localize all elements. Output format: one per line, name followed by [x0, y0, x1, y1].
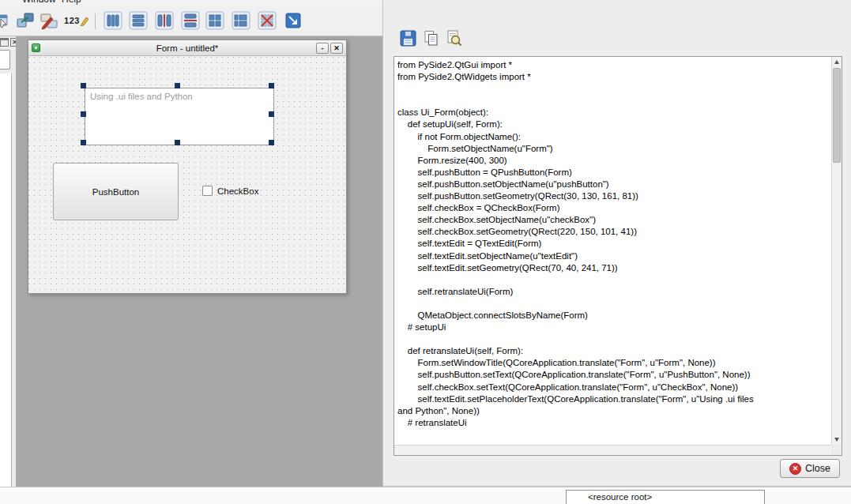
layout-horizontal-splitter-icon[interactable]	[154, 10, 175, 31]
form-icon	[32, 43, 40, 52]
tab-order-label: 123	[64, 16, 80, 25]
close-circle-icon: ✕	[789, 463, 801, 475]
selection-handle[interactable]	[269, 83, 274, 88]
selection-handle[interactable]	[81, 111, 86, 117]
layout-grid-icon[interactable]	[205, 10, 225, 31]
code-text[interactable]: from PySide2.QtGui import * from PySide2…	[397, 59, 828, 442]
vertical-scrollbar[interactable]	[831, 57, 842, 445]
selection-handle[interactable]	[81, 83, 86, 88]
scroll-down-icon[interactable]	[834, 438, 839, 442]
selection-handle[interactable]	[175, 140, 180, 145]
form-canvas[interactable]: Using .ui files and Python PushButton Ch…	[28, 56, 346, 293]
layout-form-icon[interactable]	[231, 10, 251, 31]
close-button[interactable]: ✕ Close	[780, 459, 840, 478]
layout-horizontally-icon[interactable]	[103, 10, 123, 31]
checkbox-label: CheckBox	[217, 186, 258, 196]
edit-signals-slots-icon[interactable]	[15, 10, 36, 31]
edit-tab-order-icon[interactable]: 123	[62, 10, 91, 31]
textedit-placeholder: Using .ui files and Python	[85, 88, 273, 104]
scrollbar-corner	[831, 445, 842, 455]
scroll-up-icon[interactable]	[834, 60, 839, 64]
form-editor-window: Form - untitled* - ✕ Using .ui files and…	[28, 39, 347, 294]
textedit-widget[interactable]: Using .ui files and Python	[85, 88, 274, 145]
selection-handle[interactable]	[269, 111, 274, 117]
code-view[interactable]: from PySide2.QtGui import * from PySide2…	[393, 56, 842, 456]
toolbar-separator	[95, 13, 96, 29]
edit-widgets-icon[interactable]	[0, 10, 11, 31]
layout-vertically-icon[interactable]	[128, 10, 149, 31]
find-icon[interactable]	[444, 28, 464, 48]
scrollbar-thumb[interactable]	[833, 68, 841, 163]
resource-root-item[interactable]: <resource root>	[566, 490, 765, 504]
edit-buddies-icon[interactable]	[39, 10, 59, 31]
widget-filter-input[interactable]	[0, 50, 10, 70]
form-titlebar[interactable]: Form - untitled* - ✕	[28, 40, 346, 56]
adjust-size-icon[interactable]	[283, 10, 303, 31]
widget-box-dock: ✕	[0, 36, 16, 487]
dock-float-icon[interactable]	[0, 38, 9, 47]
break-layout-icon[interactable]	[257, 10, 277, 31]
form-close-button[interactable]: ✕	[330, 43, 343, 54]
horizontal-scrollbar[interactable]	[394, 445, 831, 455]
layout-vertical-splitter-icon[interactable]	[180, 10, 201, 31]
checkbox-indicator[interactable]	[202, 186, 213, 196]
designer-main-window: Window Help 123	[0, 0, 851, 504]
close-button-label: Close	[805, 463, 830, 474]
widget-box-list[interactable]	[0, 73, 12, 487]
selection-handle[interactable]	[269, 140, 274, 145]
save-icon[interactable]	[398, 28, 418, 48]
form-title: Form - untitled*	[28, 43, 346, 53]
copy-icon[interactable]	[421, 28, 441, 48]
checkbox-widget[interactable]: CheckBox	[202, 186, 258, 196]
bottom-panel: <resource root>	[0, 487, 851, 504]
view-code-dialog: from PySide2.QtGui import * from PySide2…	[382, 0, 851, 487]
selection-handle[interactable]	[175, 83, 180, 88]
pushbutton-widget[interactable]: PushButton	[53, 163, 179, 220]
pencil-icon	[80, 15, 89, 26]
main-toolbar: 123	[0, 5, 382, 36]
selection-handle[interactable]	[81, 140, 86, 145]
form-minimize-button[interactable]: -	[316, 43, 329, 54]
